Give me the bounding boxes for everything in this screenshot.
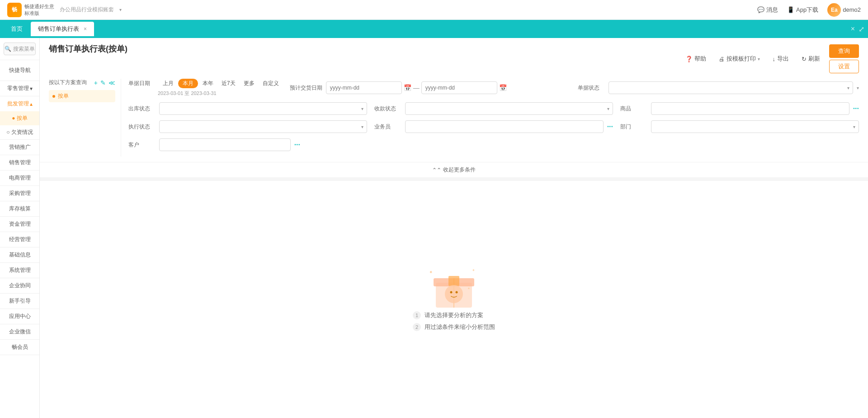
empty-hint-2: 2 用过滤条件来缩小分析范围	[413, 323, 495, 331]
tab-bar: 首页 销售订单执行表 × × ⤢	[0, 20, 868, 38]
filter-row-4: 客户 ···	[128, 138, 859, 151]
scheme-add-button[interactable]: +	[94, 79, 98, 86]
search-menu-button[interactable]: 🔍 搜索菜单	[4, 43, 36, 55]
filter-group-status: 单据状态 ▾	[578, 81, 859, 94]
status-label: 单据状态	[578, 84, 605, 92]
date-tab-this-year[interactable]: 本年	[199, 79, 217, 88]
order-dot: ●	[12, 115, 15, 121]
scheme-item-dot	[52, 95, 55, 98]
message-button[interactable]: 💬 消息	[757, 6, 778, 14]
message-label: 消息	[766, 6, 778, 14]
main-layout: 🔍 搜索菜单 快捷导航 零售管理 ▾ 批发管理 ▴ ● 按单 ○	[0, 38, 868, 418]
sidebar-item-member[interactable]: 畅会员	[0, 340, 39, 355]
scheme-edit-button[interactable]: ✎	[100, 79, 106, 86]
sidebar-sub-item-order[interactable]: ● 按单	[0, 111, 39, 125]
breadcrumb-label: 办公用品行业模拟账套	[60, 6, 114, 14]
tab-bar-right: × ⤢	[851, 25, 864, 33]
app-download-button[interactable]: 📱 App下载	[787, 6, 818, 14]
sidebar-item-purchase[interactable]: 采购管理	[0, 186, 39, 201]
tab-home[interactable]: 首页	[4, 22, 30, 36]
sidebar-section-operations: 经营管理	[0, 232, 39, 247]
date-tab-last-month[interactable]: 上月	[159, 79, 177, 88]
tab-close-icon[interactable]: ×	[84, 26, 87, 32]
hint-text-1: 请先选择要分析的方案	[425, 311, 483, 319]
header-left: 畅 畅捷通好生意 标准版 办公用品行业模拟账套 ▾	[7, 3, 122, 17]
customer-more-button[interactable]: ···	[294, 141, 300, 149]
date-from-input[interactable]	[326, 81, 402, 94]
logo-area: 畅 畅捷通好生意 标准版	[7, 3, 54, 17]
logo-line1: 畅捷通好生意	[24, 3, 54, 10]
sidebar-item-wechat[interactable]: 企业微信	[0, 324, 39, 339]
sidebar-item-sales[interactable]: 销售管理	[0, 155, 39, 170]
sidebar-section-enterprise: 企业协同	[0, 278, 39, 294]
query-button[interactable]: 查询	[829, 44, 859, 58]
product-more-button[interactable]: ···	[853, 104, 859, 113]
sidebar-item-quick-nav[interactable]: 快捷导航	[0, 63, 39, 78]
tab-minimize-button[interactable]: ×	[851, 25, 855, 33]
exec-status-label: 执行状态	[128, 123, 156, 131]
collapse-button[interactable]: ⌃⌃ 收起更多条件	[40, 162, 868, 177]
dept-select[interactable]	[651, 120, 859, 133]
filter-group-customer: 客户 ···	[128, 138, 300, 151]
page-title: 销售订单执行表(按单)	[49, 43, 127, 54]
calendar-to-icon[interactable]: 📅	[499, 84, 507, 91]
debt-dot: ○	[6, 129, 9, 135]
expected-date-label: 预计交货日期	[290, 84, 322, 92]
customer-input[interactable]	[159, 138, 291, 151]
date-tab-custom[interactable]: 自定义	[259, 79, 283, 88]
tab-maximize-button[interactable]: ⤢	[859, 25, 864, 33]
refresh-label: 刷新	[808, 55, 820, 63]
tab-home-label: 首页	[11, 25, 23, 33]
logo-line2: 标准版	[24, 10, 54, 16]
sidebar-item-ecommerce[interactable]: 电商管理	[0, 171, 39, 185]
sidebar-item-apps[interactable]: 应用中心	[0, 309, 39, 324]
sidebar-item-system[interactable]: 系统管理	[0, 263, 39, 278]
scheme-item-order[interactable]: 按单	[49, 90, 115, 102]
sidebar-item-enterprise[interactable]: 企业协同	[0, 278, 39, 293]
filter-row-3: 执行状态 业务员 ··· 部门	[128, 120, 859, 133]
sidebar-item-basic[interactable]: 基础信息	[0, 247, 39, 262]
sidebar-item-operations[interactable]: 经营管理	[0, 232, 39, 247]
empty-state-area: ✦ ✦ ✦ 1 请先选择要分析的方案 2 用过滤条件来缩小分析范围	[40, 181, 868, 418]
user-area[interactable]: Ea demo2	[827, 3, 861, 17]
sidebar-item-inventory[interactable]: 库存核算	[0, 201, 39, 216]
out-status-select[interactable]	[159, 102, 367, 115]
refresh-button[interactable]: ↻ 刷新	[798, 53, 824, 65]
header-right: 💬 消息 📱 App下载 Ea demo2	[757, 3, 861, 17]
calendar-from-icon[interactable]: 📅	[404, 84, 411, 91]
scheme-collapse-button[interactable]: ≪	[108, 79, 115, 86]
filter-group-product: 商品 ···	[620, 102, 859, 115]
sidebar-item-wholesale[interactable]: 批发管理 ▴	[0, 96, 39, 111]
date-tab-more[interactable]: 更多	[240, 79, 258, 88]
date-tab-this-month[interactable]: 本月	[178, 79, 198, 88]
salesperson-more-button[interactable]: ···	[607, 123, 613, 131]
salesperson-input[interactable]	[405, 120, 604, 133]
product-input[interactable]	[651, 102, 849, 115]
date-tabs: 上月 本月 本年 近7天 更多 自定义	[159, 79, 283, 88]
sidebar-sub-item-debt[interactable]: ○ 欠资情况	[0, 125, 39, 139]
sidebar-item-retail[interactable]: 零售管理 ▾	[0, 81, 39, 96]
export-button[interactable]: ↓ 导出	[769, 53, 793, 65]
hint-num-1: 1	[413, 311, 421, 319]
sidebar-section-newbie: 新手引导	[0, 294, 39, 309]
settings-button[interactable]: 设置	[829, 60, 859, 73]
date-to-input[interactable]	[421, 81, 497, 94]
sidebar-item-marketing[interactable]: 营销推广	[0, 140, 39, 155]
filter-row-2: 出库状态 收款状态	[128, 102, 859, 115]
wholesale-label: 批发管理	[7, 100, 29, 108]
sidebar-item-finance[interactable]: 资金管理	[0, 217, 39, 232]
sidebar-section-finance: 资金管理	[0, 217, 39, 232]
status-select[interactable]	[609, 81, 853, 94]
empty-hint-1: 1 请先选择要分析的方案	[413, 311, 495, 319]
dept-select-wrap	[651, 120, 859, 133]
print-button[interactable]: 🖨 按模板打印 ▾	[715, 53, 764, 65]
filter-row-1: 单据日期 上月 本月 本年 近7天 更多 自定义 2023-03-01 至 20…	[128, 79, 859, 97]
out-status-select-wrap	[159, 102, 367, 115]
exec-status-select[interactable]	[159, 120, 367, 133]
sidebar-item-newbie[interactable]: 新手引导	[0, 294, 39, 309]
tab-sales-order[interactable]: 销售订单执行表 ×	[31, 22, 94, 36]
payment-status-select[interactable]	[405, 102, 613, 115]
refresh-icon: ↻	[802, 56, 807, 62]
date-tab-7days[interactable]: 近7天	[218, 79, 239, 88]
help-button[interactable]: ❓ 帮助	[682, 53, 710, 65]
